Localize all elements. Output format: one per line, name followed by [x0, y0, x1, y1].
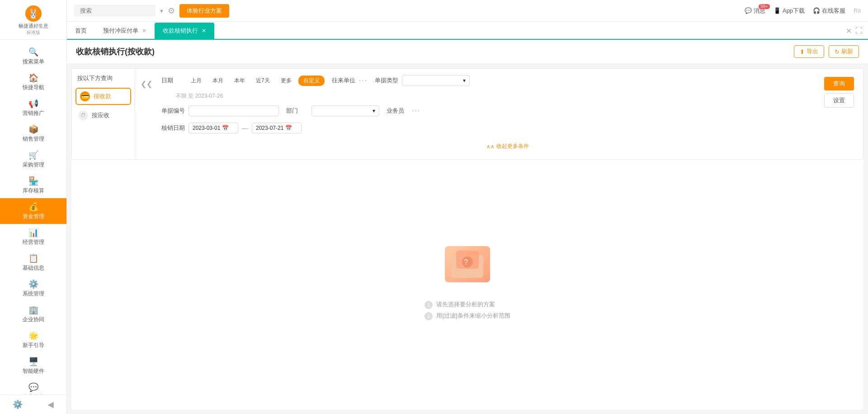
topbar-service-btn[interactable]: 🎧 在线客服 — [813, 7, 845, 15]
date-btn-last-month[interactable]: 上月 — [187, 76, 206, 86]
date-btn-this-month[interactable]: 本月 — [208, 76, 227, 86]
refresh-btn[interactable]: ↻ 刷新 — [829, 45, 859, 58]
dept-label: 部门 — [286, 107, 308, 115]
sidebar-label-system: 系统管理 — [23, 290, 44, 298]
sidebar-item-guide[interactable]: 🌟 新手引导 — [0, 327, 66, 353]
filter-option-by-receivable[interactable]: ⏱ 按应收 — [72, 106, 135, 125]
date-btn-more[interactable]: 更多 — [277, 76, 296, 86]
export-btn[interactable]: ⬆ 导出 — [794, 45, 824, 58]
empty-illustration: ? — [440, 246, 495, 291]
date-btn-7days[interactable]: 近7天 — [252, 76, 274, 86]
collapse-more-btn[interactable]: ∧∧ 收起更多条件 — [161, 140, 854, 153]
topbar-search-input[interactable] — [74, 5, 156, 16]
sidebar-item-sales[interactable]: 📦 销售管理 — [0, 121, 66, 147]
tab-receivable[interactable]: 收款核销执行 ✕ — [155, 23, 214, 39]
dept-select[interactable]: ▾ — [311, 105, 379, 116]
filter-row-1: 日期 上月 本月 本年 近7天 更多 自定义 — [161, 75, 824, 86]
refresh-icon: ↻ — [835, 48, 840, 55]
sidebar-item-search-menu[interactable]: 🔍 搜索菜单 — [0, 43, 66, 69]
refresh-label: 刷新 — [841, 48, 853, 56]
sidebar-item-quick-nav[interactable]: 🏠 快捷导航 — [0, 69, 66, 95]
app-logo: 🐰 畅捷通好生意 标准版 — [0, 0, 66, 40]
verify-date-start[interactable]: 2023-03-01 📅 — [189, 123, 238, 133]
filter-option-by-receipt[interactable]: 💳 按收款 — [75, 88, 131, 105]
sidebar-item-purchase[interactable]: 🛒 采购管理 — [0, 147, 66, 172]
filter-actions: 查询 设置 — [824, 75, 854, 108]
verify-date-field: 核销日期 2023-03-01 📅 — 2023-07-21 📅 — [161, 123, 302, 133]
tabbar: 首页 预付冲应付单 ✕ 收款核销执行 ✕ ✕ ⛶ — [67, 22, 868, 40]
partner-dots[interactable]: ··· — [359, 76, 368, 85]
topbar-message-btn[interactable]: 💬 消息 99+ — [745, 7, 765, 15]
tab-prepay[interactable]: 预付冲应付单 ✕ — [95, 23, 155, 39]
sidebar-item-operation[interactable]: 📊 经营管理 — [0, 224, 66, 250]
sidebar-label-search-menu: 搜索菜单 — [23, 58, 44, 66]
content-area: 收款核销执行(按收款) ⬆ 导出 ↻ 刷新 按以下方查询 — [67, 40, 868, 414]
app-sub: 标准版 — [27, 29, 40, 36]
voucher-type-field: 单据类型 ▾ — [375, 75, 470, 86]
sidebar-menu: 🔍 搜索菜单 🏠 快捷导航 📢 营销推广 📦 销售管理 🛒 采购管理 🏪 库存核… — [0, 40, 66, 395]
service-label: 在线客服 — [822, 7, 845, 15]
date-btn-custom[interactable]: 自定义 — [298, 76, 325, 86]
voucher-no-label: 单据编号 — [161, 107, 185, 115]
date-range-separator: — — [242, 124, 248, 132]
sidebar-item-marketing[interactable]: 📢 营销推广 — [0, 95, 66, 121]
calendar-start-icon: 📅 — [222, 125, 229, 131]
sidebar-collapse-btn[interactable]: ◀ — [47, 400, 54, 409]
voucher-type-select[interactable]: ▾ — [402, 75, 470, 86]
sidebar-settings-btn[interactable]: ⚙️ — [13, 400, 23, 409]
tab-home[interactable]: 首页 — [67, 23, 95, 39]
sidebar-item-finance[interactable]: 💰 资金管理 — [0, 198, 66, 224]
collapse-more-label: 收起更多条件 — [496, 143, 529, 150]
sidebar-item-enterprise[interactable]: 🏢 企业协同 — [0, 301, 66, 327]
by-receivable-label: 按应收 — [92, 111, 109, 119]
app-download-label: App下载 — [783, 7, 805, 15]
sales-icon: 📦 — [28, 124, 38, 134]
basic-icon: 📋 — [28, 253, 38, 263]
topbar-chevron-icon[interactable]: ▾ — [160, 7, 163, 14]
topbar-app-btn[interactable]: 📱 App下载 — [774, 7, 805, 15]
sidebar-label-operation: 经营管理 — [23, 238, 44, 246]
main-area: ▾ ⚙ 体验行业方案 💬 消息 99+ 📱 App下载 🎧 在线客服 Rit 首… — [67, 0, 868, 414]
by-receipt-label: 按收款 — [94, 92, 111, 100]
sidebar-item-hardware[interactable]: 🖥️ 智能硬件 — [0, 353, 66, 379]
quick-nav-icon: 🏠 — [28, 73, 38, 83]
query-btn[interactable]: 查询 — [824, 77, 854, 90]
collapse-chevron-icon: ∧∧ — [486, 143, 495, 150]
sidebar-label-finance: 资金管理 — [23, 213, 44, 220]
voucher-type-label: 单据类型 — [375, 76, 398, 85]
step2-text: 用[过滤]条件来缩小分析范围 — [436, 312, 510, 320]
sidebar-item-inventory[interactable]: 🏪 库存核算 — [0, 172, 66, 198]
step1-text: 请先选择要分析的方案 — [436, 300, 495, 309]
sidebar-item-basic[interactable]: 📋 基础信息 — [0, 250, 66, 276]
tab-close-all-icon[interactable]: ✕ — [846, 27, 852, 35]
page-header-actions: ⬆ 导出 ↻ 刷新 — [794, 45, 859, 63]
verify-date-end-value: 2023-07-21 — [256, 125, 283, 131]
empty-step-2: 2 用[过滤]条件来缩小分析范围 — [425, 312, 510, 320]
page-title: 收款核销执行(按收款) — [76, 46, 155, 62]
sidebar-item-wechat[interactable]: 💬 企业微信 — [0, 379, 66, 395]
topbar-right: 💬 消息 99+ 📱 App下载 🎧 在线客服 Rit — [745, 7, 861, 15]
setting-btn[interactable]: 设置 — [824, 93, 854, 108]
date-btn-this-year[interactable]: 本年 — [230, 76, 249, 86]
wechat-icon: 💬 — [28, 382, 38, 392]
date-label: 日期 — [161, 76, 183, 85]
topbar-gear-icon[interactable]: ⚙ — [168, 6, 175, 16]
tab-prepay-label: 预付冲应付单 — [103, 27, 138, 35]
sidebar-label-guide: 新手引导 — [23, 342, 44, 349]
verify-date-end[interactable]: 2023-07-21 📅 — [252, 123, 302, 133]
partner-label: 往来单位 — [332, 76, 355, 85]
hardware-icon: 🖥️ — [28, 357, 38, 366]
staff-dots[interactable]: ··· — [412, 107, 420, 115]
topbar-solution-btn[interactable]: 体验行业方案 — [179, 4, 229, 18]
tab-prepay-close-icon[interactable]: ✕ — [142, 28, 146, 34]
filter-main: 日期 上月 本月 本年 近7天 更多 自定义 — [152, 69, 863, 159]
tab-receivable-close-icon[interactable]: ✕ — [202, 28, 206, 34]
filter-sidebar-title: 按以下方查询 — [72, 74, 135, 87]
filter-row-2: 单据编号 部门 ▾ — [161, 105, 824, 116]
voucher-no-input[interactable] — [189, 105, 279, 116]
filter-collapse-left-btn[interactable]: ❮❮ — [135, 76, 152, 88]
sidebar-item-system[interactable]: ⚙️ 系统管理 — [0, 276, 66, 301]
tab-expand-icon[interactable]: ⛶ — [855, 27, 863, 35]
system-icon: ⚙️ — [28, 279, 38, 289]
sidebar-label-quick-nav: 快捷导航 — [23, 84, 44, 91]
